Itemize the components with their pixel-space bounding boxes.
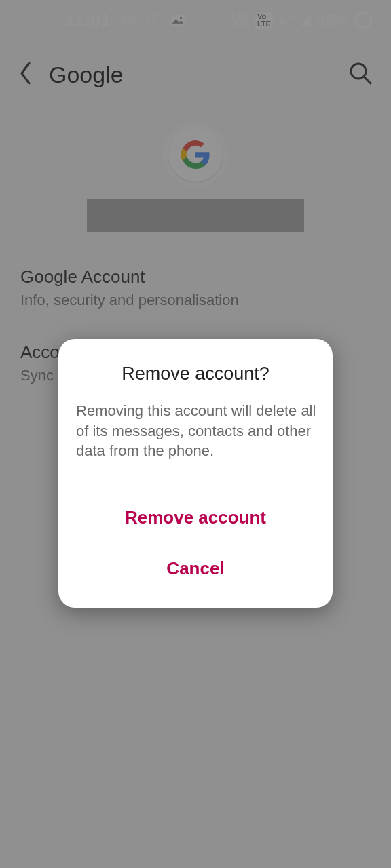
remove-account-button[interactable]: Remove account	[58, 492, 333, 543]
screen: 11:01 37° m 1.04 KB/S VoLTE ⇅ 4G 86%	[0, 0, 391, 868]
remove-account-dialog: Remove account? Removing this account wi…	[58, 339, 333, 608]
dialog-message: Removing this account will delete all of…	[58, 401, 333, 461]
dialog-title: Remove account?	[58, 363, 333, 384]
cancel-button[interactable]: Cancel	[58, 543, 333, 594]
dialog-actions: Remove account Cancel	[58, 492, 333, 594]
